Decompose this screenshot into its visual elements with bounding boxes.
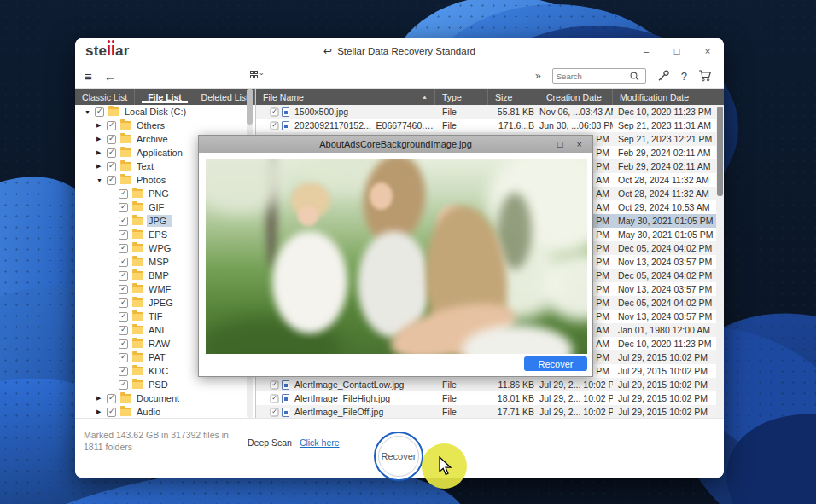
- tree-scrollbar-thumb[interactable]: [247, 89, 253, 125]
- search-box[interactable]: [552, 68, 646, 84]
- tree-item-label: PSD: [149, 379, 168, 390]
- tree-checkbox[interactable]: [119, 380, 128, 390]
- tree-checkbox[interactable]: [119, 230, 128, 240]
- tree-checkbox[interactable]: [119, 339, 128, 349]
- recover-button[interactable]: Recover: [374, 432, 423, 481]
- tree-checkbox[interactable]: [107, 121, 116, 130]
- tree-checkbox[interactable]: [119, 312, 128, 322]
- cell-size: 171.6...B: [488, 120, 539, 130]
- minimize-button[interactable]: –: [640, 46, 652, 56]
- cell-file-name: 20230921170152..._E06677460.jpg: [294, 120, 435, 130]
- folder-icon: [120, 135, 131, 143]
- row-checkbox[interactable]: [271, 107, 279, 116]
- table-row[interactable]: AlertImage_FileHigh.jpg File 18.01 KB Ju…: [256, 391, 724, 405]
- expander-icon[interactable]: ▼: [95, 177, 107, 183]
- tree-checkbox[interactable]: [119, 298, 128, 308]
- row-checkbox[interactable]: [271, 408, 279, 416]
- tree-checkbox[interactable]: [119, 217, 128, 226]
- folder-icon: [120, 148, 131, 157]
- tree-checkbox[interactable]: [119, 271, 128, 281]
- tree-checkbox[interactable]: [107, 162, 116, 171]
- tree-checkbox[interactable]: [107, 148, 116, 158]
- preview-recover-button[interactable]: Recover: [524, 356, 587, 371]
- tree-item-label: WPG: [149, 243, 171, 253]
- expand-toolbar-icon[interactable]: »: [535, 70, 541, 82]
- tree-checkbox[interactable]: [119, 244, 128, 253]
- tree-checkbox[interactable]: [95, 107, 104, 117]
- tree-item-label: RAW: [149, 339, 170, 349]
- table-row[interactable]: 20230921170152..._E06677460.jpg File 171…: [256, 119, 724, 132]
- tree-checkbox[interactable]: [119, 258, 128, 267]
- back-arrow-icon[interactable]: ←: [104, 69, 117, 84]
- folder-icon: [132, 380, 143, 389]
- window-title: ↩Stellar Data Recovery Standard: [75, 45, 724, 57]
- column-header-modification-date[interactable]: Modification Date: [613, 89, 724, 105]
- preview-close-button[interactable]: ×: [577, 139, 582, 149]
- close-button[interactable]: ×: [702, 46, 714, 56]
- row-checkbox[interactable]: [271, 394, 279, 403]
- tree-checkbox[interactable]: [107, 394, 116, 403]
- column-header-creation-date[interactable]: Creation Date: [539, 89, 613, 105]
- deep-scan-link[interactable]: Click here: [300, 437, 340, 448]
- expander-icon[interactable]: ▼: [83, 109, 95, 115]
- list-scrollbar[interactable]: [716, 105, 724, 418]
- preview-dialog-titlebar[interactable]: AboutAdsCoreBackgroundImage.jpg □ ×: [199, 136, 592, 153]
- view-grid-icon[interactable]: ⌄: [250, 71, 265, 78]
- tree-checkbox[interactable]: [119, 353, 128, 362]
- expander-icon[interactable]: ▶: [95, 395, 107, 402]
- tab-file-list[interactable]: File List: [135, 89, 195, 105]
- expander-icon[interactable]: ▶: [95, 122, 107, 129]
- expander-icon[interactable]: ▶: [95, 136, 107, 142]
- cell-size: 11.86 KB: [488, 379, 539, 390]
- tree-checkbox[interactable]: [107, 408, 116, 417]
- tree-item-label: Application: [137, 148, 183, 158]
- cell-size: 18.01 KB: [488, 393, 539, 403]
- table-row[interactable]: AlertImage_ContactLow.jpg File 11.86 KB …: [256, 378, 724, 391]
- tree-item[interactable]: ▶ Audio: [75, 405, 255, 418]
- expander-icon[interactable]: ▶: [95, 149, 107, 156]
- cell-modification-date: Jul 29, 2015 10:02 PM: [613, 379, 724, 390]
- help-icon[interactable]: ?: [681, 71, 687, 82]
- image-file-icon: [282, 394, 289, 403]
- cell-modification-date: Jul 29, 2015 10:02 PM: [613, 407, 724, 417]
- list-scrollbar-thumb[interactable]: [717, 107, 723, 196]
- image-file-icon: [282, 121, 289, 130]
- column-header-type[interactable]: Type: [435, 89, 488, 105]
- maximize-button[interactable]: □: [671, 46, 683, 56]
- tree-item-label: Archive: [137, 134, 168, 144]
- tree-checkbox[interactable]: [107, 176, 116, 185]
- tree-checkbox[interactable]: [119, 285, 128, 294]
- tree-item[interactable]: ▶ Document: [75, 391, 255, 405]
- table-row[interactable]: AlertImage_FileOff.jpg File 17.71 KB Jul…: [256, 405, 724, 419]
- table-row[interactable]: 1500x500.jpg File 55.81 KB Nov 06, ...03…: [256, 105, 724, 119]
- folder-icon: [132, 244, 143, 252]
- tab-classic-list[interactable]: Classic List: [75, 89, 135, 105]
- column-header-file-name[interactable]: File Name ▲: [256, 89, 435, 105]
- expander-icon[interactable]: ▶: [95, 408, 107, 415]
- folder-icon: [120, 408, 131, 416]
- column-header-size[interactable]: Size: [488, 89, 539, 105]
- cell-modification-date: Jul 29, 2015 10:02 PM: [613, 366, 724, 376]
- preview-maximize-button[interactable]: □: [557, 139, 563, 149]
- preview-photo: [206, 159, 587, 354]
- tree-checkbox[interactable]: [119, 203, 128, 212]
- expander-icon[interactable]: ▶: [95, 163, 107, 170]
- cell-modification-date: Jul 29, 2015 10:02 PM: [613, 352, 724, 362]
- cell-modification-date: Dec 05, 2024 04:02 PM: [613, 270, 724, 281]
- tree-item-label: KDC: [149, 366, 168, 376]
- tree-item[interactable]: ▶ Others: [75, 119, 255, 132]
- tree-item[interactable]: ▼ Local Disk (C:): [75, 105, 255, 119]
- row-checkbox[interactable]: [271, 121, 279, 130]
- menu-icon[interactable]: ≡: [85, 69, 92, 84]
- tree-item[interactable]: PSD: [75, 378, 255, 391]
- toolbar: ≡ ← ⌄ » ?: [75, 64, 724, 88]
- activation-key-icon[interactable]: [657, 70, 670, 82]
- tree-checkbox[interactable]: [107, 135, 116, 144]
- shopping-cart-icon[interactable]: [698, 70, 712, 82]
- search-input[interactable]: [557, 72, 630, 81]
- tree-checkbox[interactable]: [119, 189, 128, 199]
- row-checkbox[interactable]: [271, 380, 279, 389]
- tree-checkbox[interactable]: [119, 326, 128, 335]
- tree-checkbox[interactable]: [119, 367, 128, 376]
- tree-item-label: ANI: [149, 325, 164, 335]
